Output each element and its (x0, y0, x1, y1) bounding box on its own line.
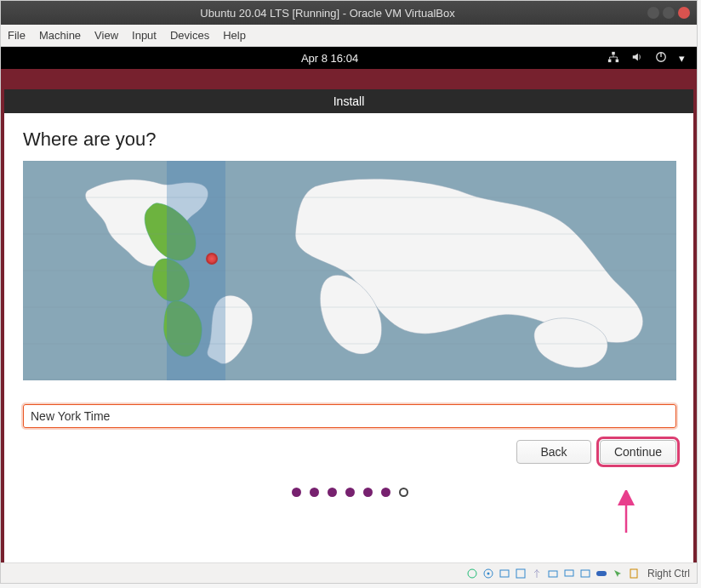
menu-view[interactable]: View (94, 29, 118, 42)
svg-rect-21 (581, 570, 590, 577)
guest-clock[interactable]: Apr 8 16:04 (52, 52, 607, 65)
svg-rect-20 (565, 570, 573, 576)
host-key-indicator: Right Ctrl (647, 568, 690, 579)
menu-input[interactable]: Input (132, 29, 157, 42)
optical-icon[interactable] (482, 567, 495, 579)
window-controls (647, 7, 690, 19)
audio-icon[interactable] (499, 567, 511, 579)
close-button[interactable] (678, 7, 690, 19)
window-title: Ubuntu 20.04 LTS [Running] - Oracle VM V… (8, 7, 647, 20)
progress-dot (363, 488, 373, 497)
installer-title: Install (4, 89, 693, 113)
display-icon[interactable] (563, 567, 576, 579)
progress-dot (292, 488, 301, 497)
svg-point-14 (468, 569, 476, 578)
virtualbox-window: Ubuntu 20.04 LTS [Running] - Oracle VM V… (0, 0, 698, 584)
timezone-input[interactable] (23, 404, 676, 428)
maximize-button[interactable] (663, 7, 675, 19)
svg-point-16 (487, 572, 490, 574)
network-status-icon[interactable] (515, 567, 527, 579)
svg-rect-19 (549, 571, 557, 577)
network-icon[interactable] (607, 51, 619, 66)
svg-rect-22 (596, 571, 607, 576)
mouse-integration-icon[interactable] (612, 567, 624, 579)
usb-icon[interactable] (531, 567, 544, 579)
guest-desktop-area: Install Where are you? (1, 69, 697, 562)
minimize-button[interactable] (647, 7, 659, 19)
svg-rect-23 (630, 569, 637, 578)
installer-window: Install Where are you? (4, 89, 693, 562)
svg-rect-17 (500, 570, 509, 577)
page-heading: Where are you? (23, 128, 676, 151)
clipboard-icon[interactable] (628, 567, 641, 579)
continue-button[interactable]: Continue (600, 440, 676, 464)
button-row: Back Continue (23, 440, 676, 464)
svg-rect-2 (612, 51, 615, 54)
menu-devices[interactable]: Devices (170, 29, 209, 42)
window-titlebar: Ubuntu 20.04 LTS [Running] - Oracle VM V… (1, 1, 697, 25)
power-icon[interactable] (655, 51, 667, 66)
shared-folder-icon[interactable] (547, 567, 560, 579)
guest-topbar: Apr 8 16:04 ▾ (1, 47, 697, 69)
installer-content: Where are you? (4, 113, 693, 562)
progress-dot (328, 488, 337, 497)
recording-icon[interactable] (579, 567, 592, 579)
progress-dots (23, 464, 676, 505)
timezone-map[interactable] (23, 161, 676, 380)
svg-rect-1 (616, 59, 619, 62)
progress-dot (381, 488, 390, 497)
progress-dot (310, 488, 319, 497)
volume-icon[interactable] (631, 51, 643, 66)
menubar: File Machine View Input Devices Help (1, 25, 697, 47)
menu-file[interactable]: File (8, 29, 26, 42)
svg-rect-0 (608, 59, 612, 62)
menu-help[interactable]: Help (223, 29, 246, 42)
timezone-highlight-band (167, 161, 225, 380)
back-button[interactable]: Back (516, 440, 591, 464)
cad-icon[interactable] (596, 567, 608, 579)
timezone-map-wrap (23, 161, 676, 380)
dropdown-icon[interactable]: ▾ (679, 52, 685, 65)
vbox-statusbar: Right Ctrl (1, 562, 697, 583)
hard-disk-icon[interactable] (466, 567, 479, 579)
progress-dot (345, 488, 355, 497)
svg-rect-18 (516, 569, 525, 578)
menu-machine[interactable]: Machine (39, 29, 81, 42)
progress-dot-current (399, 488, 408, 497)
